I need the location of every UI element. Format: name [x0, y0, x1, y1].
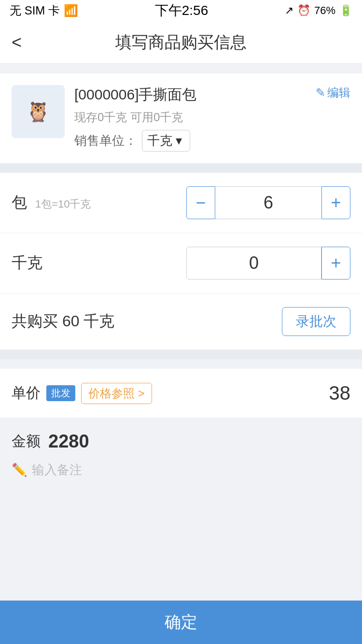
bao-plus-button[interactable]: + [321, 186, 350, 219]
price-label: 单价 [12, 383, 41, 403]
sim-signal-text: 无 SIM 卡 [10, 3, 60, 18]
bao-input-section: 包 1包=10千克 − + [0, 173, 362, 233]
kg-input-row: 千克 + [0, 233, 362, 294]
product-logo-icon: 🦉 [26, 100, 50, 123]
kg-quantity-input[interactable] [186, 247, 321, 280]
unit-value: 千克 [147, 133, 172, 148]
price-ref-button[interactable]: 价格参照 > [81, 383, 152, 404]
amount-label: 金额 [12, 432, 41, 451]
bao-minus-button[interactable]: − [186, 186, 215, 219]
status-left: 无 SIM 卡 📶 [10, 3, 78, 18]
nav-bar: < 填写商品购买信息 [0, 21, 362, 64]
unit-dropdown[interactable]: 千克 ▾ [142, 130, 190, 152]
product-card: 🦉 [0000006]手撕面包 现存0千克 可用0千克 销售单位： 千克 ▾ ✎… [0, 73, 362, 163]
battery-icon: 🔋 [339, 4, 352, 17]
status-right: ↗ ⏰ 76% 🔋 [285, 4, 352, 17]
edit-icon: ✎ [316, 86, 325, 99]
product-thumbnail: 🦉 [12, 85, 65, 138]
section-divider-2 [0, 350, 362, 359]
edit-button[interactable]: ✎ 编辑 [316, 85, 350, 100]
bao-label-text: 包 [12, 194, 27, 211]
bao-quantity-input[interactable] [215, 186, 321, 219]
note-row[interactable]: ✏️ 输入备注 [12, 462, 350, 478]
status-bar: 无 SIM 卡 📶 下午2:56 ↗ ⏰ 76% 🔋 [0, 0, 362, 21]
bao-sublabel: 1包=10千克 [35, 198, 91, 210]
bao-input-row: 包 1包=10千克 − + [0, 173, 362, 233]
edit-label: 编辑 [327, 85, 350, 100]
amount-row: 金额 2280 [12, 431, 350, 452]
alarm-icon: ⏰ [297, 4, 310, 17]
kg-input-section: 千克 + [0, 233, 362, 294]
price-section: 单价 批发 价格参照 > 38 [0, 369, 362, 418]
status-time: 下午2:56 [155, 1, 209, 20]
wifi-icon: 📶 [64, 4, 78, 17]
note-placeholder[interactable]: 输入备注 [32, 462, 82, 478]
page-title: 填写商品购买信息 [115, 31, 247, 54]
location-icon: ↗ [285, 4, 293, 17]
record-batch-button[interactable]: 录批次 [282, 307, 350, 336]
product-code-name: [0000006]手撕面包 [74, 85, 350, 105]
section-divider-1 [0, 163, 362, 173]
battery-text: 76% [314, 4, 335, 17]
price-value: 38 [329, 382, 351, 404]
back-button[interactable]: < [12, 32, 22, 53]
kg-label: 千克 [12, 252, 186, 274]
batch-tag: 批发 [46, 385, 75, 401]
note-pencil-icon: ✏️ [12, 462, 27, 477]
product-info: [0000006]手撕面包 现存0千克 可用0千克 销售单位： 千克 ▾ [74, 85, 350, 152]
unit-label: 销售单位： [74, 132, 137, 149]
total-text: 共购买 60 千克 [12, 311, 114, 332]
product-unit-row: 销售单位： 千克 ▾ [74, 130, 350, 152]
price-label-row: 单价 批发 价格参照 > [12, 383, 152, 404]
product-stock: 现存0千克 可用0千克 [74, 110, 350, 125]
amount-value: 2280 [48, 431, 89, 452]
kg-plus-button[interactable]: + [321, 247, 350, 280]
total-row: 共购买 60 千克 录批次 [0, 294, 362, 350]
bao-quantity-control: − + [186, 186, 350, 219]
amount-section: 金额 2280 ✏️ 输入备注 [0, 418, 362, 484]
kg-quantity-control: + [186, 247, 350, 280]
confirm-button[interactable]: 确定 [0, 601, 362, 644]
bao-label: 包 1包=10千克 [12, 192, 186, 213]
dropdown-arrow-icon: ▾ [176, 133, 182, 148]
